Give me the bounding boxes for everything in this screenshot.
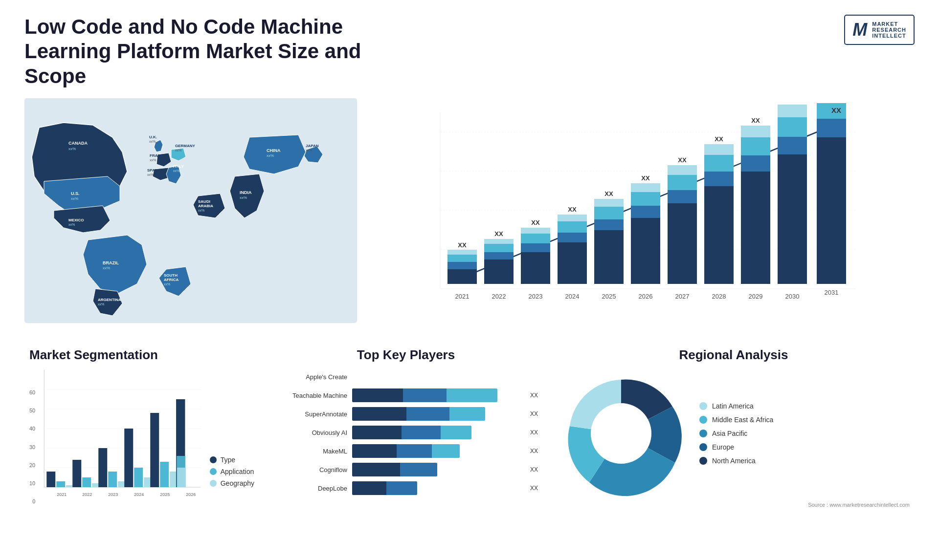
svg-rect-86 <box>704 155 734 172</box>
svg-text:JAPAN: JAPAN <box>306 144 319 148</box>
segmentation-chart-svg: 2021 2022 2023 <box>43 370 202 507</box>
player-bar-container <box>352 388 523 402</box>
svg-rect-78 <box>668 203 697 284</box>
dot-middle-east <box>699 416 707 424</box>
svg-rect-60 <box>558 242 587 284</box>
svg-text:AFRICA: AFRICA <box>164 278 179 282</box>
svg-rect-90 <box>741 172 770 284</box>
player-row: Obviously AI XX <box>274 426 538 439</box>
player-row: DeepLobe XX <box>274 481 538 495</box>
svg-rect-69 <box>594 199 624 207</box>
svg-text:XX: XX <box>678 156 687 164</box>
legend-dot-geo <box>210 480 217 487</box>
svg-text:2022: 2022 <box>492 293 506 300</box>
svg-rect-115 <box>46 472 55 487</box>
svg-rect-97 <box>778 137 807 154</box>
svg-rect-84 <box>704 186 734 284</box>
logo-line2: RESEARCH <box>872 27 906 33</box>
player-bar-container <box>352 481 523 495</box>
player-bar-container <box>352 463 523 476</box>
svg-text:XX: XX <box>568 206 577 213</box>
regional-title: Regional Analysis <box>558 347 910 363</box>
svg-text:SOUTH: SOUTH <box>164 273 178 278</box>
svg-text:XX: XX <box>641 174 650 182</box>
svg-text:xx%: xx% <box>103 266 110 270</box>
svg-text:xx%: xx% <box>240 195 247 200</box>
world-map-svg: CANADA xx% U.S. xx% MEXICO xx% BRAZIL xx… <box>24 98 357 323</box>
svg-rect-72 <box>631 218 660 284</box>
player-name: Obviously AI <box>274 429 347 436</box>
donut-chart <box>558 370 685 497</box>
legend-label-app: Application <box>221 468 254 475</box>
legend-app: Application <box>210 468 254 475</box>
regional-legend: Latin America Middle East & Africa Asia … <box>699 402 773 465</box>
player-value: XX <box>530 466 538 473</box>
svg-rect-120 <box>82 477 91 487</box>
player-value: XX <box>530 485 538 492</box>
legend-asia-pacific: Asia Pacific <box>699 430 773 437</box>
canada-label: CANADA <box>68 141 88 146</box>
svg-rect-48 <box>484 259 514 284</box>
segmentation-section: Market Segmentation 60 50 40 30 20 10 0 <box>24 343 259 545</box>
svg-rect-98 <box>778 117 807 137</box>
y-label-20: 20 <box>29 462 35 468</box>
svg-rect-44 <box>447 255 477 262</box>
dot-latin-america <box>699 402 707 410</box>
svg-text:FRANCE: FRANCE <box>150 153 166 158</box>
player-value: XX <box>530 429 538 436</box>
player-bar-container <box>352 444 523 458</box>
donut-svg <box>558 370 685 497</box>
svg-text:2028: 2028 <box>712 293 726 300</box>
player-value: XX <box>530 392 538 399</box>
players-section: Top Key Players Apple's Create Teachable… <box>269 343 543 545</box>
svg-rect-124 <box>108 472 117 487</box>
svg-rect-96 <box>778 154 807 284</box>
legend-dot-app <box>210 468 217 475</box>
svg-rect-45 <box>447 250 477 255</box>
seg-legend: Type Application Geography <box>210 456 254 507</box>
y-label-40: 40 <box>29 426 35 431</box>
svg-text:xx%: xx% <box>149 140 156 143</box>
svg-text:2024: 2024 <box>565 293 580 300</box>
player-value: XX <box>530 448 538 454</box>
svg-text:xx%: xx% <box>98 302 104 306</box>
svg-text:SPAIN: SPAIN <box>147 168 159 172</box>
player-name: Cogniflow <box>274 466 347 474</box>
regional-section: Regional Analysis <box>553 343 915 545</box>
segmentation-title: Market Segmentation <box>29 347 254 363</box>
label-latin-america: Latin America <box>712 402 754 410</box>
dot-asia-pacific <box>699 430 707 437</box>
svg-rect-67 <box>594 219 624 230</box>
svg-text:xx%: xx% <box>68 147 76 151</box>
svg-rect-66 <box>594 230 624 284</box>
svg-text:xx%: xx% <box>198 209 204 212</box>
svg-text:2031: 2031 <box>825 289 839 296</box>
svg-rect-132 <box>160 462 169 487</box>
svg-text:2025: 2025 <box>602 293 616 300</box>
svg-text:ARABIA: ARABIA <box>198 204 213 208</box>
legend-middle-east: Middle East & Africa <box>699 416 773 424</box>
svg-text:GERMANY: GERMANY <box>175 144 196 148</box>
world-map-section: CANADA xx% U.S. xx% MEXICO xx% BRAZIL xx… <box>24 98 357 333</box>
svg-rect-50 <box>484 244 514 252</box>
bottom-row: Market Segmentation 60 50 40 30 20 10 0 <box>24 343 915 545</box>
growth-chart: XX 2021 XX 2022 XX 2023 <box>377 103 905 318</box>
svg-rect-92 <box>741 137 770 155</box>
svg-rect-128 <box>134 468 143 487</box>
player-row: SuperAnnotate XX <box>274 407 538 421</box>
svg-rect-79 <box>668 190 697 203</box>
y-label-10: 10 <box>29 480 35 486</box>
svg-rect-43 <box>447 262 477 269</box>
svg-text:2021: 2021 <box>455 293 470 300</box>
svg-text:2022: 2022 <box>82 492 92 497</box>
svg-rect-68 <box>594 207 624 219</box>
player-bar-container <box>352 370 538 384</box>
player-row: Apple's Create <box>274 370 538 384</box>
svg-rect-99 <box>778 105 807 117</box>
player-row: Teachable Machine XX <box>274 388 538 402</box>
legend-label-type: Type <box>221 456 235 464</box>
logo-line1: MARKET <box>872 21 906 27</box>
logo: M MARKET RESEARCH INTELLECT <box>844 15 915 45</box>
label-middle-east: Middle East & Africa <box>712 416 773 424</box>
svg-text:2025: 2025 <box>160 492 170 497</box>
